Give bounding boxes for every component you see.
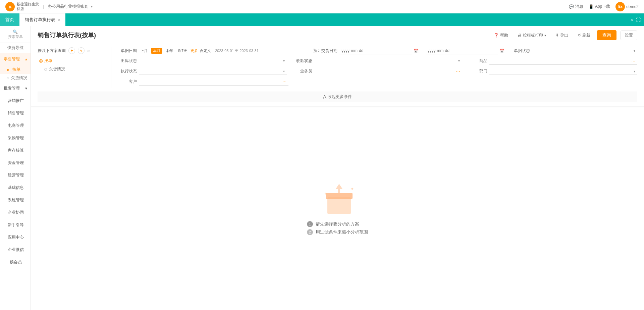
sidebar-item-sales[interactable]: 销售管理 bbox=[0, 107, 31, 119]
content-area: 销售订单执行表(按单) ❓ 帮助 🖨 按模板打印 ▾ ⬇ 导出 ↺ 刷新 bbox=[31, 26, 644, 310]
download-icon: 📱 bbox=[589, 4, 594, 9]
calendar-end-icon[interactable]: 📅 bbox=[499, 49, 504, 53]
salesperson-field: 业务员 ··· bbox=[292, 67, 462, 75]
tab-sales-order-execution[interactable]: 销售订单执行表 × bbox=[19, 13, 65, 26]
tab-close-icon[interactable]: × bbox=[58, 18, 60, 22]
breadcrumb-separator: | bbox=[43, 4, 44, 9]
execution-field: 执行状态 ▾ bbox=[117, 68, 287, 74]
sidebar-item-ecommerce[interactable]: 电商管理 bbox=[0, 119, 31, 132]
date-tab-custom[interactable]: 自定义 bbox=[200, 48, 211, 53]
empty-steps: 1 请先选择要分析的方案 2 用过滤条件来缩小分析范围 bbox=[307, 221, 368, 235]
goods-field: 商品 ··· bbox=[467, 57, 637, 65]
header-left: 畅 畅捷通好生意 标版 | 办公用品行业模拟账套 ▾ bbox=[5, 2, 93, 11]
collapse-sidebar-icon[interactable]: « bbox=[87, 48, 90, 53]
empty-step-1: 1 请先选择要分析的方案 bbox=[307, 221, 368, 227]
scheme-item-orders[interactable]: 按单 bbox=[38, 57, 107, 65]
goods-more-icon[interactable]: ··· bbox=[631, 58, 635, 63]
sidebar-item-apps[interactable]: 应用中心 bbox=[0, 231, 31, 244]
status-field: 单据状态 ▾ bbox=[510, 48, 637, 54]
department-field: 部门 ▾ bbox=[467, 68, 637, 74]
sidebar-search[interactable]: 🔍 搜索菜单 bbox=[0, 26, 31, 43]
logo-text: 畅捷通好生意 标版 bbox=[17, 2, 39, 11]
delivery-select[interactable]: ▾ bbox=[139, 58, 287, 64]
empty-box-svg: ✦ ✦ bbox=[321, 182, 358, 216]
refresh-icon: ↺ bbox=[578, 33, 581, 38]
sidebar-sub-orders[interactable]: ● 按单 bbox=[0, 65, 31, 74]
top-header: 畅 畅捷通好生意 标版 | 办公用品行业模拟账套 ▾ 💬 消息 📱 App下载 … bbox=[0, 0, 644, 13]
main-layout: 🔍 搜索菜单 快捷导航 零售管理 ▲ ● 按单 ○ 欠货情况 批发管理 ▼ 营销… bbox=[0, 26, 644, 310]
date-tab-this-year[interactable]: 本年 bbox=[164, 48, 174, 54]
print-icon: 🖨 bbox=[518, 33, 522, 38]
scheme-column: 按以下方案查询 + ✎ « 按单 欠货情况 bbox=[38, 47, 111, 88]
settings-button[interactable]: 设置 bbox=[621, 31, 637, 40]
sidebar-item-system[interactable]: 系统管理 bbox=[0, 194, 31, 206]
search-icon: 🔍 bbox=[13, 30, 18, 34]
date-tab-7days[interactable]: 近7天 bbox=[176, 48, 189, 54]
help-button[interactable]: ❓ 帮助 bbox=[491, 31, 511, 40]
execution-select[interactable]: ▾ bbox=[139, 68, 287, 74]
step-number-2: 2 bbox=[307, 229, 313, 235]
date-tab-last-month[interactable]: 上月 bbox=[139, 48, 149, 54]
expected-date-field: 预计交货日期 📅 — 📅 bbox=[313, 47, 504, 54]
sidebar-item-finance[interactable]: 资金管理 bbox=[0, 157, 31, 169]
status-select[interactable]: ▾ bbox=[532, 48, 637, 54]
step-number-1: 1 bbox=[307, 221, 313, 227]
sidebar-item-operations[interactable]: 经营管理 bbox=[0, 169, 31, 182]
add-scheme-button[interactable]: + bbox=[68, 47, 75, 54]
sidebar-item-basics[interactable]: 基础信息 bbox=[0, 182, 31, 194]
refresh-button[interactable]: ↺ 刷新 bbox=[575, 31, 593, 40]
sidebar-item-inventory[interactable]: 库存核算 bbox=[0, 144, 31, 157]
edit-scheme-button[interactable]: ✎ bbox=[78, 47, 85, 54]
svg-rect-3 bbox=[326, 193, 353, 199]
breadcrumb[interactable]: 办公用品行业模拟账套 bbox=[48, 4, 88, 9]
app-download-button[interactable]: 📱 App下载 bbox=[589, 4, 610, 9]
expected-date-range: 📅 — 📅 bbox=[339, 47, 504, 54]
department-select[interactable]: ▾ bbox=[489, 68, 637, 74]
salesperson-more-icon[interactable]: ··· bbox=[456, 68, 460, 74]
sidebar-quick-nav[interactable]: 快捷导航 bbox=[0, 43, 31, 53]
empty-state: ✦ ✦ 1 请先选择要分析的方案 2 用过滤条件来缩小分析范围 bbox=[307, 182, 368, 235]
breadcrumb-arrow-icon[interactable]: ▾ bbox=[91, 5, 93, 8]
template-print-button[interactable]: 🖨 按模板打印 ▾ bbox=[515, 31, 549, 40]
expected-date-start-input[interactable] bbox=[339, 47, 412, 54]
scheme-sub-debt[interactable]: 欠货情况 bbox=[38, 65, 107, 73]
customer-more-icon[interactable]: ··· bbox=[282, 79, 286, 84]
scheme-active-dot bbox=[40, 60, 42, 62]
export-button[interactable]: ⬇ 导出 bbox=[553, 31, 571, 40]
svg-text:畅: 畅 bbox=[9, 6, 11, 9]
tab-home[interactable]: 首页 bbox=[0, 13, 19, 26]
svg-text:✦: ✦ bbox=[324, 192, 327, 196]
receipt-select[interactable]: ▾ bbox=[314, 58, 462, 64]
radio-icon: ○ bbox=[7, 76, 9, 81]
user-menu[interactable]: Ea demo2 bbox=[615, 2, 639, 11]
expected-date-end-input[interactable] bbox=[426, 47, 498, 54]
sidebar-sub-debt[interactable]: ○ 欠货情况 bbox=[0, 74, 31, 82]
date-tab-more[interactable]: 更多 bbox=[191, 48, 198, 53]
window-maximize-icon[interactable]: ⛶ bbox=[636, 17, 641, 22]
scheme-header: 按以下方案查询 + ✎ « bbox=[38, 47, 107, 54]
sidebar-item-marketing[interactable]: 营销推广 bbox=[0, 95, 31, 107]
sidebar-item-member[interactable]: 畅会员 bbox=[0, 256, 31, 268]
sidebar-item-enterprise[interactable]: 企业协同 bbox=[0, 206, 31, 219]
filter-panel-inner: 按以下方案查询 + ✎ « 按单 欠货情况 bbox=[38, 47, 637, 88]
data-area: ✦ ✦ 1 请先选择要分析的方案 2 用过滤条件来缩小分析范围 bbox=[31, 107, 644, 310]
message-button[interactable]: 💬 消息 bbox=[569, 4, 583, 9]
calendar-start-icon[interactable]: 📅 bbox=[414, 49, 419, 53]
sidebar-item-wechat[interactable]: 企业微信 bbox=[0, 244, 31, 256]
help-icon: ❓ bbox=[494, 33, 499, 38]
date-tabs: 上月 本月 本年 近7天 更多 自定义 bbox=[139, 48, 211, 54]
scheme-inactive-dot bbox=[44, 68, 47, 71]
sidebar-item-newbie[interactable]: 新手引导 bbox=[0, 219, 31, 231]
filter-panel: 按以下方案查询 + ✎ « 按单 欠货情况 bbox=[31, 43, 644, 106]
chevron-down-icon: ▼ bbox=[24, 87, 28, 90]
sidebar-item-purchase[interactable]: 采购管理 bbox=[0, 132, 31, 144]
message-icon: 💬 bbox=[569, 4, 574, 9]
sidebar-item-wholesale[interactable]: 批发管理 ▼ bbox=[0, 82, 31, 95]
window-close-icon[interactable]: × bbox=[631, 17, 633, 22]
date-tab-this-month[interactable]: 本月 bbox=[151, 48, 162, 54]
logo-icon: 畅 bbox=[5, 2, 15, 11]
query-button[interactable]: 查询 bbox=[597, 30, 616, 40]
collapse-more-button[interactable]: ⋀ 收起更多条件 bbox=[38, 92, 637, 102]
receipt-field: 收款状态 ▾ bbox=[292, 58, 462, 64]
sidebar-item-retail[interactable]: 零售管理 ▲ bbox=[0, 53, 31, 65]
